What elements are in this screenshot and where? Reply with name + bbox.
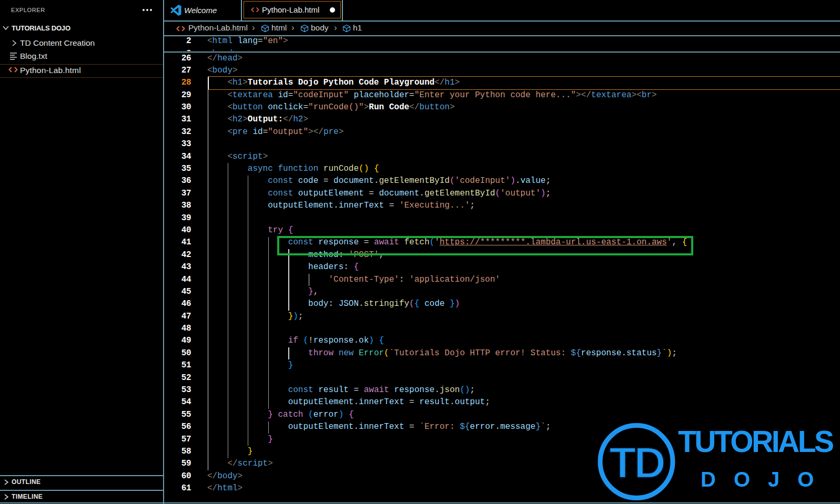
svg-text:TD: TD	[609, 438, 664, 487]
svg-text:TUTORIALS: TUTORIALS	[678, 425, 834, 458]
svg-text:DOJO: DOJO	[701, 468, 832, 491]
